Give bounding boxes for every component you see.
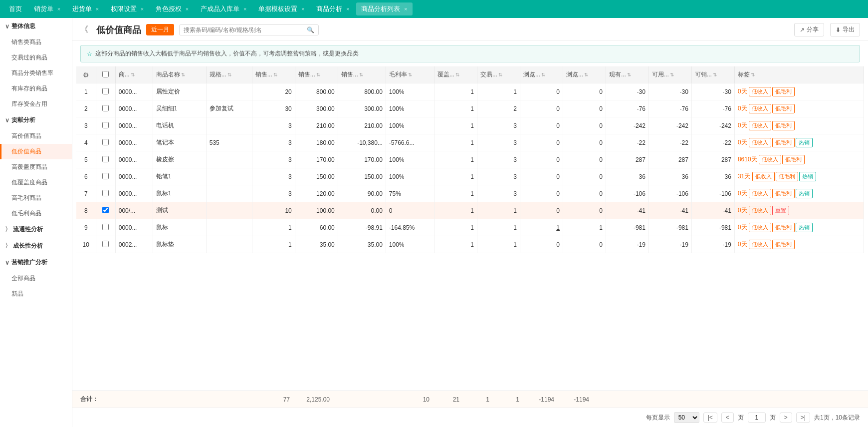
- th-code[interactable]: 商...⇅: [115, 66, 153, 83]
- sidebar-group-contribution[interactable]: ∨ 贡献分析: [0, 112, 72, 128]
- td-tags: 0天 低收入低毛利: [734, 117, 864, 134]
- sidebar-item-low-value[interactable]: 低价值商品: [0, 144, 72, 159]
- row-checkbox[interactable]: [102, 173, 109, 179]
- sidebar-item-sales-goods[interactable]: 销售类商品: [0, 34, 72, 50]
- view1-val: 0: [556, 88, 560, 95]
- sidebar-group-marketing[interactable]: ∨ 营销推广分析: [0, 254, 72, 271]
- settings-icon[interactable]: ⚙: [83, 71, 89, 79]
- td-code: 0000...: [115, 100, 153, 117]
- th-sales-amount[interactable]: 销售...⇅: [338, 66, 386, 83]
- td-checkbox[interactable]: [96, 151, 115, 168]
- nav-inbound-close[interactable]: ×: [243, 6, 246, 12]
- search-icon[interactable]: 🔍: [307, 26, 314, 33]
- th-coverage[interactable]: 覆盖...⇅: [434, 66, 477, 83]
- row-checkbox[interactable]: [102, 156, 109, 162]
- select-all-checkbox[interactable]: [102, 71, 109, 77]
- th-view1[interactable]: 浏览...⇅: [520, 66, 563, 83]
- nav-sales-close[interactable]: ×: [57, 6, 60, 12]
- view1-val: 0: [556, 241, 560, 248]
- sidebar-item-high-value[interactable]: 高价值商品: [0, 128, 72, 144]
- sidebar-item-stocked-goods[interactable]: 有库存的商品: [0, 81, 72, 96]
- nav-permission-close[interactable]: ×: [141, 6, 144, 12]
- th-view2[interactable]: 浏览...⇅: [563, 66, 606, 83]
- th-settings[interactable]: ⚙: [76, 66, 96, 83]
- td-checkbox[interactable]: [96, 83, 115, 100]
- export-button[interactable]: ⬇ 导出: [830, 23, 860, 36]
- sidebar-item-all-goods[interactable]: 全部商品: [0, 271, 72, 286]
- sidebar-item-low-margin[interactable]: 低毛利商品: [0, 206, 72, 221]
- td-checkbox[interactable]: [96, 168, 115, 185]
- nav-template[interactable]: 单据模板设置 ×: [253, 2, 309, 15]
- th-name[interactable]: 商品名称⇅: [153, 66, 206, 83]
- nav-role-close[interactable]: ×: [186, 6, 189, 12]
- first-page-btn[interactable]: |<: [703, 413, 717, 423]
- td-sales-amount: 0.00: [338, 202, 386, 219]
- nav-home[interactable]: 首页: [4, 2, 27, 15]
- row-checkbox[interactable]: [102, 88, 109, 94]
- th-tags[interactable]: 标签⇅: [734, 66, 864, 83]
- row-checkbox[interactable]: [102, 224, 109, 230]
- last-page-btn[interactable]: >|: [796, 413, 810, 423]
- th-trade[interactable]: 交易...⇅: [477, 66, 520, 83]
- nav-analysis-close[interactable]: ×: [346, 6, 349, 12]
- td-sales-qty: 1: [252, 219, 295, 236]
- nav-template-close[interactable]: ×: [301, 6, 304, 12]
- search-input[interactable]: [184, 26, 307, 33]
- sidebar-item-new-goods[interactable]: 新品: [0, 286, 72, 302]
- th-checkbox[interactable]: [96, 66, 115, 83]
- prev-page-btn[interactable]: <: [721, 413, 734, 423]
- th-spec[interactable]: 规格...⇅: [206, 66, 252, 83]
- th-stock-sell[interactable]: 可销...⇅: [691, 66, 734, 83]
- sidebar-item-low-coverage[interactable]: 低覆盖度商品: [0, 175, 72, 190]
- tag-badge: 低收入: [749, 206, 771, 215]
- nav-purchase-close[interactable]: ×: [96, 6, 99, 12]
- td-checkbox[interactable]: [96, 185, 115, 202]
- td-checkbox[interactable]: [96, 100, 115, 117]
- th-sales-price[interactable]: 销售...⇅: [295, 66, 338, 83]
- nav-sales[interactable]: 销货单 ×: [29, 2, 65, 15]
- th-gross-margin[interactable]: 毛利率⇅: [386, 66, 434, 83]
- nav-purchase[interactable]: 进货单 ×: [67, 2, 104, 15]
- view1-val: 0: [556, 190, 560, 197]
- th-stock-current[interactable]: 现有...⇅: [606, 66, 649, 83]
- row-checkbox[interactable]: [102, 122, 109, 128]
- page-input[interactable]: [748, 413, 766, 423]
- td-tags: 0天 低收入重置: [734, 202, 864, 219]
- row-checkbox[interactable]: [102, 241, 109, 247]
- period-button[interactable]: 近一月: [146, 24, 174, 35]
- tag-badge: 低收入: [749, 223, 771, 232]
- next-page-btn[interactable]: >: [780, 413, 792, 423]
- nav-analysis-list-close[interactable]: ×: [404, 6, 407, 12]
- view1-link[interactable]: 1: [556, 224, 560, 231]
- per-page-select[interactable]: 50 20 100: [674, 412, 699, 423]
- sidebar-group-overview[interactable]: ∨ 整体信息: [0, 18, 72, 34]
- row-checkbox[interactable]: [102, 207, 109, 213]
- sidebar-group-growth[interactable]: 〉 成长性分析: [0, 238, 72, 254]
- row-checkbox[interactable]: [102, 190, 109, 196]
- td-checkbox[interactable]: [96, 202, 115, 219]
- sidebar-item-high-margin[interactable]: 高毛利商品: [0, 190, 72, 206]
- sidebar-item-stock-capital[interactable]: 库存资金占用: [0, 96, 72, 112]
- share-button[interactable]: ↗ 分享: [794, 23, 824, 36]
- th-stock-avail[interactable]: 可用...⇅: [649, 66, 691, 83]
- sidebar-item-category-rate[interactable]: 商品分类销售率: [0, 65, 72, 81]
- td-checkbox[interactable]: [96, 117, 115, 134]
- td-checkbox[interactable]: [96, 236, 115, 253]
- row-checkbox[interactable]: [102, 105, 109, 111]
- sidebar-item-high-coverage[interactable]: 高覆盖度商品: [0, 159, 72, 175]
- row-checkbox[interactable]: [102, 139, 109, 145]
- td-stock-avail: -19: [649, 236, 691, 253]
- nav-permission[interactable]: 权限设置 ×: [106, 2, 149, 15]
- sidebar-item-traded-goods[interactable]: 交易过的商品: [0, 50, 72, 65]
- nav-role[interactable]: 角色授权 ×: [151, 2, 194, 15]
- td-checkbox[interactable]: [96, 134, 115, 151]
- td-checkbox[interactable]: [96, 219, 115, 236]
- nav-inbound[interactable]: 产成品入库单 ×: [196, 2, 251, 15]
- nav-analysis-list[interactable]: 商品分析列表 ×: [356, 2, 412, 15]
- td-sales-price: 180.00: [295, 134, 338, 151]
- nav-analysis[interactable]: 商品分析 ×: [311, 2, 354, 15]
- th-sales-qty[interactable]: 销售...⇅: [252, 66, 295, 83]
- table-row: 1 0000... 属性定价 20 800.00 800.00 100% 1 1…: [76, 83, 864, 100]
- sidebar-group-liquidity[interactable]: 〉 流通性分析: [0, 221, 72, 238]
- collapse-sidebar-btn[interactable]: 《: [80, 24, 88, 35]
